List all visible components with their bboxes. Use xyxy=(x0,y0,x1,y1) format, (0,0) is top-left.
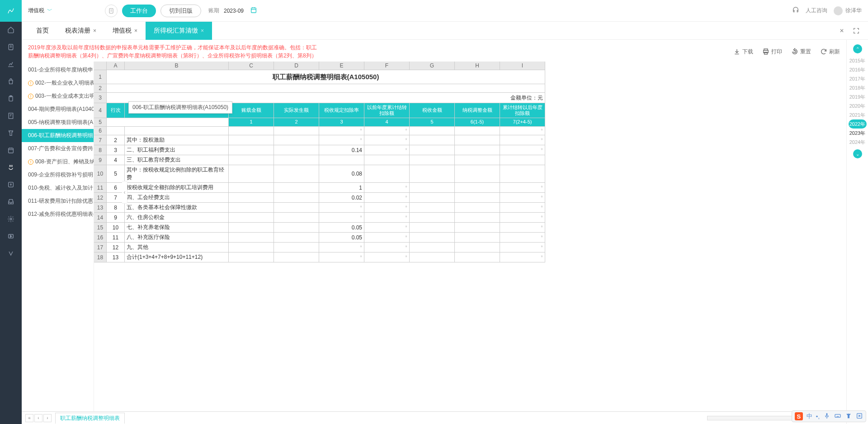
row-item[interactable]: 六、住房公积金 xyxy=(124,212,229,223)
data-cell[interactable] xyxy=(228,126,274,135)
workbench-button[interactable]: 工作台 xyxy=(122,5,156,17)
consult-label[interactable]: 人工咨询 xyxy=(806,7,827,14)
data-cell[interactable]: * xyxy=(319,212,364,223)
data-cell[interactable] xyxy=(274,192,319,203)
row-item[interactable]: 按税收规定全额扣除的职工培训费用 xyxy=(124,182,229,193)
row-item[interactable] xyxy=(124,126,229,135)
home-icon[interactable] xyxy=(6,25,15,34)
data-cell[interactable] xyxy=(454,126,500,135)
data-cell[interactable]: 1 xyxy=(319,182,364,193)
data-cell[interactable] xyxy=(228,192,274,203)
data-cell[interactable] xyxy=(364,155,410,165)
row-num[interactable]: 9 xyxy=(106,212,125,223)
data-cell[interactable]: * xyxy=(364,202,410,213)
data-cell[interactable] xyxy=(409,202,455,213)
row-item[interactable]: 八、补充医疗保险 xyxy=(124,232,229,243)
calendar-icon[interactable] xyxy=(6,146,15,155)
ime-lang[interactable]: 中 xyxy=(807,412,812,420)
steam-icon[interactable] xyxy=(6,163,15,172)
data-cell[interactable] xyxy=(274,135,319,145)
spreadsheet-area[interactable]: ABCDEFGHI1职工薪酬纳税调整明细表(A105050)2 3金额单位：元4… xyxy=(94,62,846,411)
data-cell[interactable] xyxy=(409,155,455,165)
tab-首页[interactable]: 首页 xyxy=(28,22,57,40)
data-cell[interactable] xyxy=(228,155,274,165)
data-cell[interactable] xyxy=(274,212,319,223)
data-cell[interactable] xyxy=(319,155,364,165)
ime-toolbar[interactable]: S 中 •, xyxy=(792,410,866,422)
row-num[interactable]: 4 xyxy=(106,155,125,165)
row-item[interactable]: 三、职工教育经费支出 xyxy=(124,155,229,165)
ime-skin-icon[interactable] xyxy=(845,412,852,421)
fullscreen-icon[interactable] xyxy=(851,25,862,36)
data-cell[interactable] xyxy=(274,222,319,233)
tax-type-selector[interactable]: 增值税 ﹀ xyxy=(28,7,100,14)
data-cell[interactable] xyxy=(228,165,274,183)
data-cell[interactable] xyxy=(454,145,500,155)
data-cell[interactable] xyxy=(228,145,274,155)
sidebar-collapse-handle[interactable]: ‹ xyxy=(122,181,127,204)
data-cell[interactable] xyxy=(274,182,319,193)
form-list-item[interactable]: !002-一般企业收入明细表(A... xyxy=(22,76,94,90)
row-num[interactable] xyxy=(106,126,125,135)
row-num[interactable]: 8 xyxy=(106,202,125,213)
row-num[interactable]: 3 xyxy=(106,145,125,155)
data-cell[interactable] xyxy=(500,155,545,165)
data-cell[interactable]: * xyxy=(319,126,364,135)
calendar-picker-icon[interactable] xyxy=(250,6,257,15)
data-cell[interactable]: * xyxy=(500,202,545,213)
year-2016年[interactable]: 2016年 xyxy=(849,65,867,74)
data-cell[interactable]: * xyxy=(500,232,545,243)
sheet-nav-next[interactable]: › xyxy=(43,414,52,422)
reset-button[interactable]: 重置 xyxy=(791,48,811,56)
download-button[interactable]: 下载 xyxy=(733,48,753,56)
inbox-icon[interactable] xyxy=(6,197,15,206)
data-cell[interactable]: * xyxy=(500,252,545,262)
data-cell[interactable] xyxy=(454,212,500,223)
row-num[interactable]: 13 xyxy=(106,252,125,262)
period-value[interactable]: 2023-09 xyxy=(224,8,244,14)
year-2020年[interactable]: 2020年 xyxy=(849,101,867,110)
row-item[interactable]: 九、其他 xyxy=(124,242,229,252)
sheet-nav-prev[interactable]: ‹ xyxy=(34,414,42,422)
gear-icon[interactable] xyxy=(6,214,15,224)
data-cell[interactable]: * xyxy=(364,145,410,155)
data-cell[interactable] xyxy=(228,252,274,262)
row-num[interactable]: 10 xyxy=(106,222,125,233)
data-cell[interactable]: * xyxy=(364,252,410,262)
year-2019年[interactable]: 2019年 xyxy=(849,92,867,101)
row-num[interactable]: 12 xyxy=(106,242,125,252)
doc-icon[interactable] xyxy=(6,43,15,52)
data-cell[interactable] xyxy=(274,252,319,262)
print-button[interactable]: 打印 xyxy=(762,48,782,56)
data-cell[interactable]: * xyxy=(364,242,410,252)
data-cell[interactable]: 0.02 xyxy=(319,192,364,203)
sheet-tab[interactable]: 职工薪酬纳税调整明细表 xyxy=(55,413,125,424)
data-cell[interactable] xyxy=(409,165,455,183)
data-cell[interactable]: * xyxy=(500,126,545,135)
tab-所得税汇算清缴[interactable]: 所得税汇算清缴× xyxy=(146,22,212,40)
year-2022年[interactable]: 2022年 xyxy=(849,119,867,129)
data-cell[interactable] xyxy=(409,232,455,243)
data-cell[interactable] xyxy=(274,126,319,135)
chart-icon[interactable] xyxy=(6,60,15,69)
data-cell[interactable]: * xyxy=(500,212,545,223)
data-cell[interactable] xyxy=(454,232,500,243)
bag-icon[interactable] xyxy=(6,77,15,86)
data-cell[interactable]: * xyxy=(364,192,410,203)
data-cell[interactable] xyxy=(454,252,500,262)
clipboard-icon[interactable] xyxy=(6,94,15,103)
row-item[interactable]: 合计(1+3+4+7+8+9+10+11+12) xyxy=(124,252,229,262)
data-cell[interactable] xyxy=(409,242,455,252)
data-cell[interactable] xyxy=(454,242,500,252)
data-cell[interactable] xyxy=(274,202,319,213)
tab-close-icon[interactable]: × xyxy=(201,28,204,34)
tab-增值税[interactable]: 增值税× xyxy=(104,22,146,40)
data-cell[interactable] xyxy=(454,192,500,203)
data-cell[interactable] xyxy=(228,232,274,243)
form-list-item[interactable]: 010-免税、减计收入及加计... xyxy=(22,181,94,195)
data-cell[interactable] xyxy=(228,242,274,252)
row-item[interactable]: 二、职工福利费支出 xyxy=(124,145,229,155)
switch-old-button[interactable]: 切到旧版 xyxy=(160,5,201,17)
data-cell[interactable] xyxy=(454,222,500,233)
data-cell[interactable] xyxy=(228,212,274,223)
